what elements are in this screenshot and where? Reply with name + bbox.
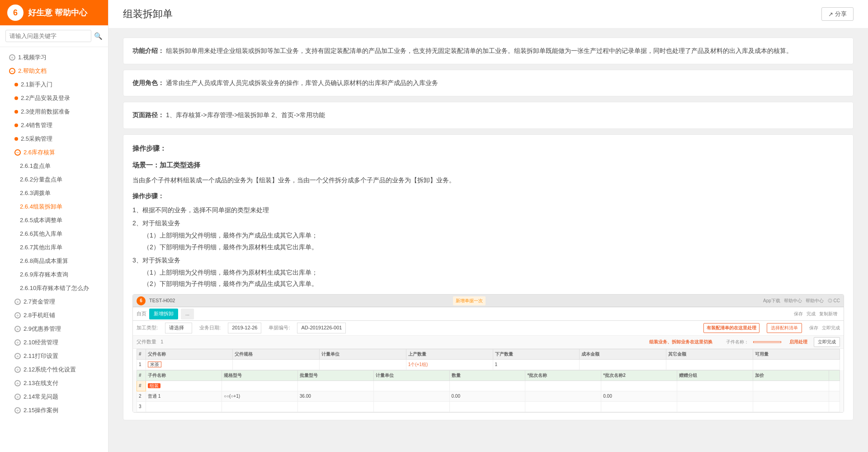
intro-card: 功能介绍： 组装拆卸单用来处理企业组装或拆卸等加工业务，支持有固定装配清单的产品… <box>123 38 854 64</box>
path-label: 页面路径： <box>132 111 164 119</box>
collapse-icon: − <box>9 68 15 74</box>
dot-icon <box>14 83 18 86</box>
search-bar: 🔍 <box>0 25 108 47</box>
mock-confirm-btn: 立即完成 <box>814 337 840 347</box>
expand-icon: + <box>14 339 21 346</box>
sidebar-item-costcalc[interactable]: 2.6.8商品成本重算 <box>0 254 108 268</box>
expand-icon: + <box>14 299 21 305</box>
mock-tab-active: 新增拆卸 <box>149 309 178 319</box>
sidebar-item-prepare[interactable]: 2.3使用前数据准备 <box>0 105 108 119</box>
mock-topbar: 6 TEST-H002 新增单据一次 App下载 帮助中心 帮助中心 ◎ CC <box>133 295 844 307</box>
sidebar-item-splitstock[interactable]: 2.6.2分量盘点单 <box>0 173 108 186</box>
sidebar-item-cases[interactable]: + 2.15操作案例 <box>0 404 108 417</box>
scene1-title: 场景一：加工类型选择 <box>132 159 844 171</box>
annotation4-text: 启用处理 <box>789 338 807 346</box>
main-content: 组装拆卸单 ↗ 分享 功能介绍： 组装拆卸单用来处理企业组装或拆卸等加工业务，支… <box>108 0 868 452</box>
mock-select-recipe: 选择配料清单 <box>767 323 802 333</box>
dot-icon <box>14 137 18 141</box>
mock-grid-parent: # 父件名称 父件规格 计量单位 上产数量 下产数量 成本金额 其它金额 可用量 <box>133 349 844 370</box>
mock-subheader: 父件数量 1 组装业务、拆卸业务在这里切换 子件名称： 启用处理 立即完成 <box>133 336 844 349</box>
step3a: （1）上部明细为父件明细，最终作为原材料生成其它出库单； <box>143 267 844 278</box>
expand-icon: + <box>14 326 21 332</box>
sidebar-item-sales[interactable]: 2.4销售管理 <box>0 119 108 132</box>
ops-title: 操作步骤： <box>132 142 844 154</box>
share-icon: ↗ <box>828 11 833 18</box>
sidebar-item-fund[interactable]: + 2.7资金管理 <box>0 295 108 309</box>
step3: 3、对于拆装业务 <box>132 255 844 266</box>
scene1-desc: 当由多个子件材料组装成一个成品的业务为【组装】业务，当由一个父件拆分成多个子产品… <box>132 175 844 186</box>
expand-icon: + <box>9 54 15 61</box>
mock-new-btn: 新增单据一次 <box>453 296 486 305</box>
mock-form-row: 加工类型: 请选择 业务日期: 2019-12-26 单据编号: AD-2019… <box>133 321 844 336</box>
sidebar-item-dispatch[interactable]: 2.6.3调拨单 <box>0 186 108 200</box>
mock-grid-row1: 1 米茶 1个(+1组) 1 <box>137 360 840 370</box>
sidebar-item-newcomer[interactable]: 2.1新手入门 <box>0 78 108 91</box>
logo-icon: 6 <box>7 5 24 21</box>
role-card: 使用角色： 通常由生产人员或库管人员完成拆装业务的操作，库管人员确认原材料的出库… <box>123 70 854 96</box>
sidebar-item-inventory[interactable]: − 2.6库存核算 <box>0 146 108 159</box>
dot-icon <box>14 110 18 114</box>
step1: 1、根据不同的业务，选择不同单据的类型来处理 <box>132 205 844 216</box>
dot-icon <box>14 96 18 100</box>
collapse-icon: − <box>14 149 21 156</box>
mock-date: 2019-12-26 <box>228 323 261 333</box>
sidebar-item-print[interactable]: + 2.11打印设置 <box>0 349 108 363</box>
sidebar-item-sysconfig[interactable]: + 2.12系统个性化设置 <box>0 363 108 376</box>
expand-icon: + <box>14 312 21 319</box>
mock-child-row3: 3 <box>137 402 840 412</box>
sidebar-item-stocktake[interactable]: 2.6.1盘点单 <box>0 159 108 173</box>
mock-child-row1: # 组装 <box>137 381 840 391</box>
sidebar-item-video[interactable]: + 1.视频学习 <box>0 51 108 64</box>
sidebar-item-otherstock[interactable]: 2.6.6其他入库单 <box>0 227 108 241</box>
sidebar-item-operation[interactable]: + 2.10经营管理 <box>0 336 108 349</box>
mock-topbar-id: TEST-H002 <box>149 296 175 305</box>
sidebar-item-coupon[interactable]: + 2.9优惠券管理 <box>0 322 108 336</box>
sidebar-item-stockcheck[interactable]: 2.6.9库存账本查询 <box>0 268 108 281</box>
sidebar-item-docs[interactable]: − 2.帮助文档 <box>0 64 108 78</box>
mock-type-select: 请选择 <box>165 323 192 333</box>
annotation3-text: 组装业务、拆卸业务在这里切换 <box>649 338 712 346</box>
sidebar-item-otherout[interactable]: 2.6.7其他出库单 <box>0 241 108 254</box>
step3b: （2）下部明细为子件明细，最终作为产成品生成其它入库单。 <box>143 278 844 290</box>
step2a: （1）上部明细为父件明细，最终作为产成品生成其它入库单； <box>143 230 844 241</box>
page-title: 组装拆卸单 <box>123 7 173 21</box>
role-label: 使用角色： <box>132 79 164 86</box>
intro-text: 组装拆卸单用来处理企业组装或拆卸等加工业务，支持有固定装配清单的产品加工业务，也… <box>166 47 793 54</box>
sidebar-item-stockerror[interactable]: 2.6.10库存账本错了怎么办 <box>0 281 108 295</box>
sidebar-item-online[interactable]: + 2.13在线支付 <box>0 376 108 390</box>
mock-child-input <box>753 341 781 343</box>
sidebar-item-assembly[interactable]: 2.6.4组装拆卸单 <box>0 200 108 214</box>
logo-bar: 6 好生意 帮助中心 <box>0 0 108 25</box>
mock-child-row2: 2 普通 1 ○○(○+1) 36.00 0.00 0.00 <box>137 391 840 402</box>
path-card: 页面路径： 1、库存核算->库存管理->组装拆卸单 2、首页->常用功能 <box>123 102 854 128</box>
mock-nav-bar: 自页 新增拆卸 ... 保存 完成 复制新增 <box>133 307 844 321</box>
search-button[interactable]: 🔍 <box>94 32 103 40</box>
mock-appbar-icons: App下载 帮助中心 帮助中心 ◎ CC <box>763 297 840 305</box>
sidebar-item-costadj[interactable]: 2.6.5成本调整单 <box>0 214 108 227</box>
path-text: 1、库存核算->库存管理->组装拆卸单 2、首页->常用功能 <box>166 111 325 119</box>
sidebar-item-install[interactable]: 2.2产品安装及登录 <box>0 91 108 105</box>
search-input[interactable] <box>5 30 91 42</box>
mock-tab2: ... <box>181 309 194 319</box>
mock-child-row4: 4 <box>137 412 840 413</box>
ops-title2: 操作步骤： <box>132 190 844 202</box>
nav-tree: + 1.视频学习 − 2.帮助文档 2.1新手入门 2.2产品安装及登录 2.3… <box>0 47 108 452</box>
sidebar-item-faq[interactable]: + 2.14常见问题 <box>0 390 108 404</box>
main-header: 组装拆卸单 ↗ 分享 <box>108 0 868 29</box>
share-button[interactable]: ↗ 分享 <box>821 7 854 21</box>
sidebar-item-mobile[interactable]: + 2.8手机旺铺 <box>0 309 108 322</box>
expand-icon: + <box>14 394 21 400</box>
expand-icon: + <box>14 366 21 373</box>
role-text: 通常由生产人员或库管人员完成拆装业务的操作，库管人员确认原材料的出库和产成品的入… <box>166 79 438 86</box>
expand-icon: + <box>14 353 21 359</box>
mock-grid-child: # 子件名称 规格型号 批量型号 计量单位 数量 *批次名称 *批次名称2 赠赠… <box>133 370 844 412</box>
expand-icon: + <box>14 407 21 414</box>
intro-label: 功能介绍： <box>132 47 164 54</box>
dot-icon <box>14 124 18 127</box>
step2: 2、对于组装业务 <box>132 218 844 229</box>
sidebar: 6 好生意 帮助中心 🔍 + 1.视频学习 − 2.帮助文档 2.1新手入门 2… <box>0 0 108 452</box>
sidebar-item-purchase[interactable]: 2.5采购管理 <box>0 132 108 146</box>
mock-docno: AD-20191226-001 <box>297 323 346 333</box>
content-area: 功能介绍： 组装拆卸单用来处理企业组装或拆卸等加工业务，支持有固定装配清单的产品… <box>108 29 868 452</box>
expand-icon: + <box>14 380 21 386</box>
